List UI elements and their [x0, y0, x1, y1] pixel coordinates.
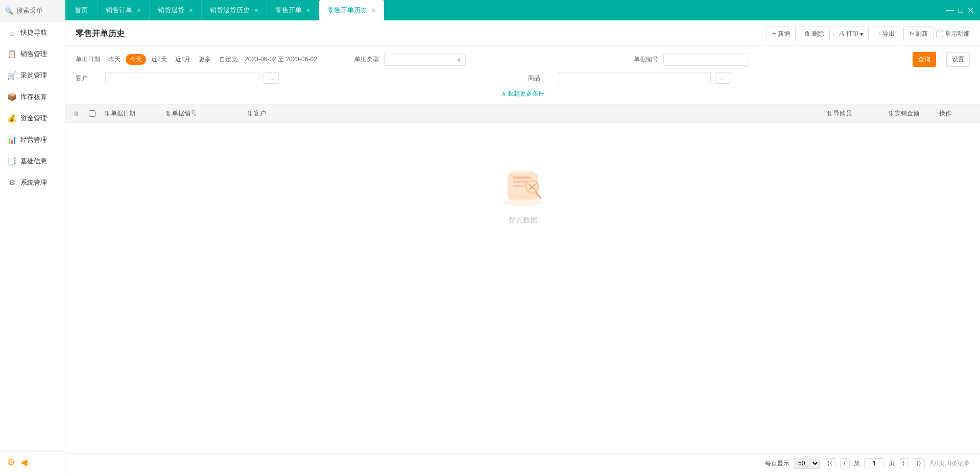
sidebar-label-basic-info: 基础信息 — [20, 157, 47, 166]
settings-icon[interactable]: ⚙ — [7, 457, 15, 468]
filter-row-2: 客户 ... 商品 ... — [76, 72, 970, 84]
sidebar-item-inventory[interactable]: 📦库存核算 — [0, 86, 65, 108]
next-page-btn[interactable]: ⟩ — [899, 458, 909, 468]
tab-close-sales-return[interactable]: ✕ — [188, 7, 193, 14]
th-customer[interactable]: ⇅ 客户 — [243, 109, 823, 118]
refresh-button[interactable]: ↻ 刷新 — [903, 27, 934, 41]
prev-page-btn[interactable]: ⟨ — [840, 458, 850, 468]
page-of-label: 页 — [889, 459, 895, 468]
page-total: 共0页, 0条记录 — [929, 459, 970, 468]
bill-type-select[interactable]: ∨ — [384, 54, 466, 66]
sidebar-item-quick-nav[interactable]: ⌂快捷导航 — [0, 22, 65, 43]
select-all-checkbox[interactable] — [89, 110, 95, 117]
per-page-label: 每页显示 — [765, 459, 790, 468]
goods-input[interactable] — [558, 72, 711, 84]
collapse-btn[interactable]: ∧ 收起更多条件 — [501, 89, 544, 98]
tab-close-sales-return-history[interactable]: ✕ — [254, 7, 258, 14]
th-amount-sort: ⇅ — [888, 110, 893, 117]
svg-rect-3 — [513, 177, 531, 179]
th-guide[interactable]: ⇅ 导购员 — [823, 109, 884, 118]
tab-close-sales-order[interactable]: ✕ — [136, 7, 141, 14]
last-page-btn[interactable]: ⟩⟩ — [913, 458, 925, 468]
sidebar-label-purchase-mgmt: 采购管理 — [20, 71, 47, 80]
goods-ellipsis-btn[interactable]: ... — [715, 72, 731, 84]
first-page-btn[interactable]: ⟨⟨ — [824, 458, 836, 468]
maximize-btn[interactable]: □ — [958, 6, 963, 15]
customer-input[interactable] — [105, 72, 258, 84]
date-shortcuts: 昨天 今天 近7天 近1月 更多 自定义 — [105, 54, 241, 65]
sidebar-item-finance[interactable]: 💰资金管理 — [0, 108, 65, 129]
query-button[interactable]: 查询 — [913, 52, 936, 67]
th-amount[interactable]: ⇅ 实销金额 — [884, 109, 935, 118]
main-area: 首页销售订单✕销货退货✕销货退货历史✕零售开单✕零售开单历史✕ — □ ✕ 零售… — [65, 0, 980, 473]
custom-btn[interactable]: 自定义 — [216, 54, 241, 65]
today-btn[interactable]: 今天 — [126, 54, 146, 65]
export-button[interactable]: ↑ 导出 — [872, 27, 900, 41]
sidebar-item-sales-mgmt[interactable]: 📋销售管理 — [0, 43, 65, 65]
print-arrow: ▾ — [860, 31, 863, 38]
date-filter-label: 单据日期 — [76, 55, 101, 64]
tab-sales-return-history[interactable]: 销货退货历史✕ — [202, 0, 267, 20]
sidebar-icon-basic-info: 📑 — [7, 157, 16, 166]
th-gear[interactable]: ⚙ — [69, 110, 85, 117]
date-filter-group: 单据日期 昨天 今天 近7天 近1月 更多 自定义 2023-06-02 至 2… — [76, 54, 344, 65]
sidebar-search-label: 搜索采单 — [16, 6, 43, 15]
page-input[interactable] — [864, 458, 885, 468]
print-button[interactable]: 🖨 打印 ▾ — [833, 27, 869, 41]
settings-button[interactable]: 设置 — [946, 52, 970, 67]
show-detail-label: 显示明细 — [945, 30, 970, 38]
th-date-sort: ⇅ — [104, 110, 109, 117]
show-detail-checkbox[interactable]: 显示明细 — [937, 30, 970, 38]
tab-close-retail-open[interactable]: ✕ — [306, 7, 310, 14]
yesterday-btn[interactable]: 昨天 — [105, 54, 124, 65]
page-label: 第 — [854, 459, 860, 468]
tab-close-retail-open-history[interactable]: ✕ — [371, 7, 376, 14]
th-customer-label: 客户 — [254, 109, 266, 118]
more-btn[interactable]: 更多 — [196, 54, 214, 65]
sidebar-item-sys-mgmt[interactable]: ⚙系统管理 — [0, 172, 65, 193]
th-date[interactable]: ⇅ 单据日期 — [100, 109, 161, 118]
bill-num-label: 单据编号 — [634, 55, 659, 64]
sidebar-nav: ⌂快捷导航📋销售管理🛒采购管理📦库存核算💰资金管理📊经营管理📑基础信息⚙系统管理 — [0, 22, 65, 451]
last7-btn[interactable]: 近7天 — [148, 54, 170, 65]
tab-label-sales-order: 销售订单 — [106, 6, 132, 15]
close-btn[interactable]: ✕ — [967, 6, 974, 15]
th-checkbox[interactable] — [85, 110, 100, 117]
tab-label-retail-open: 零售开单 — [275, 6, 302, 15]
th-guide-label: 导购员 — [833, 109, 852, 118]
bill-type-label: 单据类型 — [354, 55, 380, 64]
th-date-label: 单据日期 — [111, 109, 135, 118]
bill-type-filter-group: 单据类型 ∨ — [354, 54, 623, 66]
svg-rect-5 — [513, 185, 525, 187]
page-size-select[interactable]: 102050100 — [794, 458, 820, 469]
minimize-btn[interactable]: — — [946, 6, 954, 15]
tab-bar: 首页销售订单✕销货退货✕销货退货历史✕零售开单✕零售开单历史✕ — □ ✕ — [65, 0, 980, 20]
collapse-row: ∧ 收起更多条件 — [76, 89, 970, 98]
window-controls: — □ ✕ — [946, 6, 980, 15]
tab-sales-order[interactable]: 销售订单✕ — [98, 0, 150, 20]
show-detail-input[interactable] — [937, 31, 943, 37]
sidebar-item-purchase-mgmt[interactable]: 🛒采购管理 — [0, 65, 65, 86]
sidebar-label-sys-mgmt: 系统管理 — [20, 178, 47, 187]
add-button[interactable]: + 新增 — [767, 27, 795, 41]
sidebar-search[interactable]: 🔍 搜索采单 — [0, 0, 65, 22]
tab-sales-return[interactable]: 销货退货✕ — [150, 0, 202, 20]
bill-num-input[interactable] — [663, 54, 749, 66]
tab-retail-open-history[interactable]: 零售开单历史✕ — [319, 0, 384, 20]
pagination-bar: 每页显示 102050100 ⟨⟨ ⟨ 第 页 ⟩ ⟩⟩ 共0页, 0条记录 — [65, 453, 980, 473]
collapse-sidebar-icon[interactable]: ◀ — [20, 457, 28, 468]
th-num[interactable]: ⇅ 单据编号 — [161, 109, 243, 118]
page-title: 零售开单历史 — [76, 29, 125, 39]
sidebar-label-sales-mgmt: 销售管理 — [20, 49, 47, 59]
sidebar-item-basic-info[interactable]: 📑基础信息 — [0, 151, 65, 172]
tab-home[interactable]: 首页 — [65, 0, 98, 20]
sidebar-item-ops-mgmt[interactable]: 📊经营管理 — [0, 129, 65, 151]
last-month-btn[interactable]: 近1月 — [172, 54, 194, 65]
date-range-display: 2023-06-02 至 2023-06-02 — [245, 55, 317, 64]
delete-button[interactable]: 🗑 删除 — [799, 27, 830, 41]
th-action-label: 操作 — [939, 109, 951, 118]
tab-retail-open[interactable]: 零售开单✕ — [267, 0, 319, 20]
th-amount-label: 实销金额 — [895, 109, 919, 118]
sidebar-label-inventory: 库存核算 — [20, 92, 47, 102]
customer-ellipsis-btn[interactable]: ... — [262, 72, 279, 84]
